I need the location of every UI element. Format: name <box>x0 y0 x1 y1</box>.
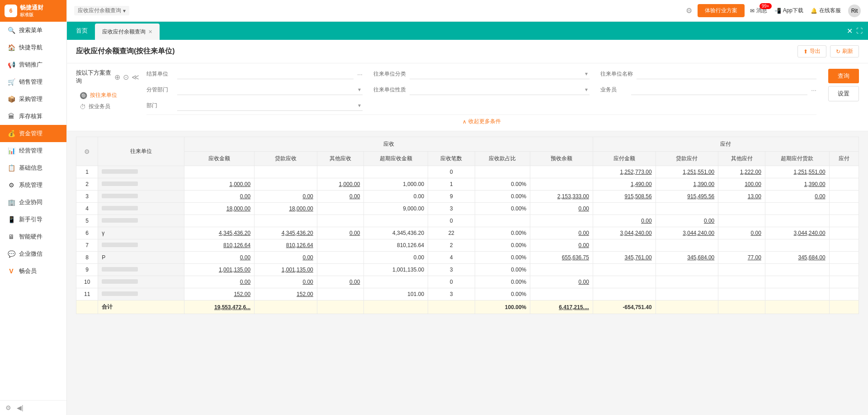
online-service-button[interactable]: 🔔 在线客服 <box>811 7 841 14</box>
sidebar-item-sales[interactable]: 🛒 销售管理 <box>0 73 66 91</box>
sidebar-item-vip[interactable]: V 畅会员 <box>0 262 66 280</box>
row-ap-other[interactable]: 77.00 <box>718 252 765 264</box>
row-ar-loan[interactable]: 152.00 <box>255 288 317 301</box>
row-ap-other[interactable]: 0.00 <box>718 227 765 239</box>
partner-name-input[interactable] <box>637 69 816 79</box>
row-advance[interactable]: 655,636.75 <box>530 252 593 264</box>
row-ap-amount[interactable]: 1,490.00 <box>593 178 656 191</box>
sidebar-settings-icon[interactable]: ⚙ <box>5 404 11 411</box>
row-ar-other[interactable]: 1,000.00 <box>317 178 364 191</box>
row-ar-amount[interactable]: 1,000.00 <box>184 178 255 191</box>
sidebar-item-basic-info[interactable]: 📋 基础信息 <box>0 159 66 176</box>
row-ap-overdue[interactable]: 1,390.00 <box>765 178 829 191</box>
topbar-settings-icon[interactable]: ⚙ <box>686 6 692 15</box>
settlement-unit-input[interactable] <box>177 69 354 79</box>
filter-option-by-staff[interactable]: ⏱ 按业务员 <box>76 101 139 112</box>
sidebar-collapse-icon[interactable]: ◀| <box>17 404 24 411</box>
row-ar-other[interactable]: 0.00 <box>317 227 364 239</box>
row-ap-loan[interactable]: 0.00 <box>656 215 718 227</box>
row-advance[interactable]: 0.00 <box>530 239 593 252</box>
salesperson-picker-icon[interactable]: ··· <box>811 86 816 94</box>
settlement-unit-picker-icon[interactable]: ··· <box>357 71 363 78</box>
row-ap-loan[interactable]: 915,495.56 <box>656 191 718 203</box>
row-ar-loan[interactable]: 0.00 <box>255 276 317 288</box>
row-ap-loan[interactable]: 345,684.00 <box>656 252 718 264</box>
row-ar-loan[interactable]: 1,001,135.00 <box>255 264 317 276</box>
setting-button[interactable]: 设置 <box>828 86 859 101</box>
partner-category-select[interactable]: ▾ <box>410 69 590 79</box>
row-ar-amount[interactable]: 152.00 <box>184 288 255 301</box>
sidebar-item-purchase[interactable]: 📦 采购管理 <box>0 91 66 108</box>
tab-ar-ap[interactable]: 应收应付余额查询 ✕ <box>95 24 160 40</box>
row-ap-other[interactable]: 100.00 <box>718 178 765 191</box>
query-button[interactable]: 查询 <box>828 69 859 83</box>
row-ar-loan[interactable]: 18,000.00 <box>255 203 317 215</box>
tab-close-icon[interactable]: ✕ <box>148 29 152 35</box>
row-advance[interactable]: 0.00 <box>530 203 593 215</box>
row-ar-loan[interactable]: 4,345,436.20 <box>255 227 317 239</box>
tab-close-window-icon[interactable]: ✕ <box>847 27 853 35</box>
row-ap-overdue[interactable]: 1,251,551.00 <box>765 166 829 178</box>
row-ap-loan[interactable]: 1,390.00 <box>656 178 718 191</box>
row-advance[interactable]: 0.00 <box>530 276 593 288</box>
row-ar-loan[interactable]: 810,126.64 <box>255 239 317 252</box>
sidebar-item-smart-hw[interactable]: 🖥 智能硬件 <box>0 228 66 245</box>
row-ap-overdue[interactable]: 3,044,240.00 <box>765 227 829 239</box>
user-avatar[interactable]: Rit <box>848 5 861 17</box>
row-ar-other[interactable]: 0.00 <box>317 191 364 203</box>
row-ap-amount[interactable]: 915,508.56 <box>593 191 656 203</box>
row-ap-amount[interactable]: 0.00 <box>593 215 656 227</box>
row-ar-amount[interactable]: 810,126.64 <box>184 239 255 252</box>
dept-main-select[interactable]: ▾ <box>177 85 363 95</box>
sidebar-item-quick-nav[interactable]: 🏠 快捷导航 <box>0 39 66 56</box>
row-ar-amount[interactable]: 18,000.00 <box>184 203 255 215</box>
add-filter-icon[interactable]: ⊕ <box>114 73 120 81</box>
export-button[interactable]: ⬆ 导出 <box>797 45 826 57</box>
row-ar-amount[interactable]: 4,345,436.20 <box>184 227 255 239</box>
tab-home[interactable]: 首页 <box>69 22 95 40</box>
footer-ar-amount[interactable]: 19,553,472,6... <box>184 301 255 314</box>
sidebar-item-marketing[interactable]: 📢 营销推广 <box>0 56 66 73</box>
sidebar-item-wechat[interactable]: 💬 企业微信 <box>0 245 66 262</box>
row-ar-loan[interactable]: 0.00 <box>255 252 317 264</box>
chevron-down-icon[interactable]: ▾ <box>123 8 126 14</box>
row-ar-amount[interactable]: 1,001,135.00 <box>184 264 255 276</box>
sidebar-item-enterprise[interactable]: 🏢 企业协同 <box>0 194 66 211</box>
sidebar-item-inventory[interactable]: 🏛 库存核算 <box>0 108 66 125</box>
row-ap-amount[interactable]: 345,761.00 <box>593 252 656 264</box>
row-ar-amount[interactable]: 0.00 <box>184 276 255 288</box>
sidebar-item-finance[interactable]: 💰 资金管理 <box>0 125 66 142</box>
row-ap-overdue[interactable]: 345,684.00 <box>765 252 829 264</box>
table-settings-icon[interactable]: ⚙ <box>84 148 90 155</box>
footer-advance[interactable]: 6,417,215.... <box>530 301 593 314</box>
tab-expand-icon[interactable]: ⛶ <box>856 27 863 34</box>
row-ap-amount[interactable]: 1,252,773.00 <box>593 166 656 178</box>
row-ar-other[interactable]: 0.00 <box>317 276 364 288</box>
collapse-filter-button[interactable]: ∧ 收起更多条件 <box>146 114 816 125</box>
filter-option-by-partner[interactable]: 🔘 按往来单位 <box>76 90 139 101</box>
row-advance[interactable]: 2,153,333.00 <box>530 191 593 203</box>
row-ap-amount[interactable]: 3,044,240.00 <box>593 227 656 239</box>
settings-filter-icon[interactable]: ⊙ <box>123 73 129 81</box>
message-button[interactable]: ✉ 消息 99+ <box>750 7 767 14</box>
sidebar-item-search[interactable]: 🔍 搜索菜单 <box>0 22 66 39</box>
solution-button[interactable]: 体验行业方案 <box>698 4 745 17</box>
row-ap-overdue[interactable]: 0.00 <box>765 191 829 203</box>
partner-nature-select[interactable]: ▾ <box>410 85 590 95</box>
row-ap-other[interactable]: 13.00 <box>718 191 765 203</box>
sidebar-item-operations[interactable]: 📊 经营管理 <box>0 142 66 159</box>
row-ap-loan[interactable]: 1,251,551.00 <box>656 166 718 178</box>
refresh-button[interactable]: ↻ 刷新 <box>830 45 859 57</box>
row-ar-amount[interactable]: 0.00 <box>184 252 255 264</box>
row-ap-other[interactable]: 1,222.00 <box>718 166 765 178</box>
row-ap-loan[interactable]: 3,044,240.00 <box>656 227 718 239</box>
app-download-button[interactable]: 📲 App下载 <box>774 7 803 14</box>
sidebar-item-newbie[interactable]: 📱 新手引导 <box>0 211 66 228</box>
row-ar-loan[interactable]: 0.00 <box>255 191 317 203</box>
salesperson-input[interactable] <box>631 85 807 95</box>
sidebar-item-system[interactable]: ⚙ 系统管理 <box>0 176 66 194</box>
row-advance[interactable]: 0.00 <box>530 227 593 239</box>
row-ar-amount[interactable]: 0.00 <box>184 191 255 203</box>
dept-select[interactable]: ▾ <box>177 100 363 111</box>
collapse-filter-icon[interactable]: ≪ <box>132 73 139 81</box>
